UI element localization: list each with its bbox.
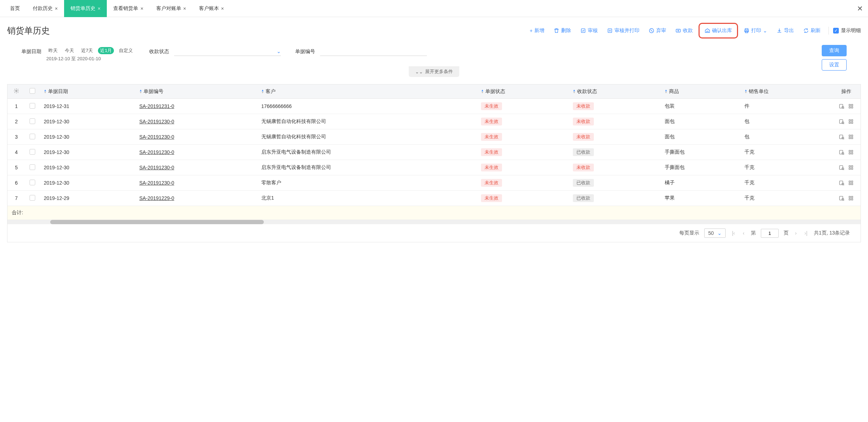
tab-view-sales[interactable]: 查看销货单× — [107, 0, 150, 17]
page-title: 销货单历史 — [7, 25, 50, 36]
col-unit[interactable]: ▲▼销售单位 — [740, 84, 832, 99]
unaudit-button[interactable]: 弃审 — [645, 25, 670, 36]
table-row: 12019-12-31SA-20191231-017666666666未生效未收… — [7, 99, 861, 114]
col-check-all[interactable] — [25, 84, 40, 99]
tabs-bar: 首页 付款历史× 销货单历史× 查看销货单× 客户对账单× 客户账本× ✕ — [0, 0, 868, 17]
row-checkbox[interactable] — [25, 160, 40, 175]
view-icon[interactable] — [839, 134, 845, 140]
date-quick-yesterday[interactable]: 昨天 — [46, 47, 60, 54]
more-icon[interactable] — [848, 165, 854, 170]
svg-rect-36 — [851, 166, 853, 167]
show-detail-toggle[interactable]: 显示明细 — [833, 27, 861, 34]
close-icon[interactable]: × — [183, 6, 186, 11]
view-icon[interactable] — [839, 103, 845, 109]
horizontal-scrollbar[interactable] — [7, 220, 861, 224]
pager-prev[interactable]: ‹ — [741, 230, 746, 236]
date-quick-today[interactable]: 今天 — [63, 47, 76, 54]
date-quick-custom[interactable]: 自定义 — [117, 47, 135, 54]
pager-last[interactable]: ›| — [803, 230, 809, 236]
per-page-select[interactable]: 50⌄ — [704, 228, 726, 238]
close-icon[interactable]: × — [221, 6, 224, 11]
col-customer[interactable]: ▲▼客户 — [257, 84, 477, 99]
row-checkbox[interactable] — [25, 175, 40, 191]
svg-rect-29 — [849, 150, 851, 152]
pay-status-badge: 已收款 — [573, 148, 594, 156]
row-checkbox[interactable] — [25, 145, 40, 160]
close-all-icon[interactable]: ✕ — [857, 4, 863, 13]
svg-rect-45 — [840, 196, 843, 200]
doc-no-link[interactable]: SA-20191230-0 — [139, 134, 174, 140]
more-icon[interactable] — [848, 195, 854, 201]
query-button[interactable]: 查询 — [822, 45, 847, 56]
warehouse-icon — [705, 28, 710, 34]
col-pay-status[interactable]: ▲▼收款状态 — [569, 84, 660, 99]
date-quick-week[interactable]: 近7天 — [79, 47, 95, 54]
unstamp-icon — [649, 28, 654, 34]
row-checkbox[interactable] — [25, 191, 40, 206]
date-range[interactable]: 2019-12-10 至 2020-01-10 — [46, 56, 135, 62]
date-quick-month[interactable]: 近1月 — [98, 47, 114, 54]
col-doc-no[interactable]: ▲▼单据编号 — [135, 84, 257, 99]
close-icon[interactable]: × — [98, 6, 100, 11]
doc-no-link[interactable]: SA-20191230-0 — [139, 180, 174, 186]
pay-status-select[interactable]: ⌄ — [174, 47, 281, 56]
more-icon[interactable] — [848, 180, 854, 186]
row-checkbox[interactable] — [25, 114, 40, 129]
col-settings[interactable] — [7, 84, 25, 99]
pager-next[interactable]: › — [794, 230, 798, 236]
close-icon[interactable]: × — [55, 6, 58, 11]
tab-home[interactable]: 首页 — [4, 0, 26, 17]
stamp-print-icon — [607, 28, 613, 34]
pay-status-input[interactable] — [174, 48, 277, 54]
confirm-outbound-button[interactable]: 确认出库 — [699, 23, 738, 38]
audit-print-button[interactable]: 审核并打印 — [603, 25, 643, 36]
doc-no-input[interactable] — [320, 48, 427, 54]
filter-date: 单据日期 昨天 今天 近7天 近1月 自定义 2019-12-10 至 2020… — [21, 47, 135, 62]
tab-sales-history[interactable]: 销货单历史× — [64, 0, 107, 17]
col-product[interactable]: ▲▼商品 — [660, 84, 740, 99]
more-icon[interactable] — [848, 119, 854, 124]
doc-no-link[interactable]: SA-20191231-0 — [139, 103, 174, 109]
doc-status-badge: 未生效 — [481, 164, 502, 171]
more-icon[interactable] — [848, 149, 854, 155]
view-icon[interactable] — [839, 180, 845, 186]
tab-payment-history[interactable]: 付款历史× — [26, 0, 64, 17]
receipt-button[interactable]: 收款 — [672, 25, 696, 36]
table-row: 72019-12-29SA-20191229-0北京1未生效已收款苹果千克 — [7, 191, 861, 206]
pager-first[interactable]: |‹ — [731, 230, 736, 236]
doc-no-input-wrap[interactable] — [320, 47, 427, 56]
view-icon[interactable] — [839, 165, 845, 170]
more-icon[interactable] — [848, 103, 854, 109]
view-icon[interactable] — [839, 149, 845, 155]
doc-status-badge: 未生效 — [481, 179, 502, 187]
tab-customer-ledger[interactable]: 客户账本× — [193, 0, 230, 17]
add-button[interactable]: +新增 — [526, 25, 548, 36]
svg-rect-42 — [851, 181, 853, 182]
doc-no-link[interactable]: SA-20191230-0 — [139, 119, 174, 124]
view-icon[interactable] — [839, 119, 845, 124]
doc-status-badge: 未生效 — [481, 194, 502, 202]
svg-rect-24 — [851, 135, 853, 137]
view-icon[interactable] — [839, 195, 845, 201]
close-icon[interactable]: × — [140, 6, 143, 11]
more-icon[interactable] — [848, 134, 854, 140]
chevron-down-icon: ⌄ — [277, 48, 281, 54]
delete-button[interactable]: 删除 — [550, 25, 575, 36]
tab-customer-statement[interactable]: 客户对账单× — [150, 0, 193, 17]
doc-no-link[interactable]: SA-20191230-0 — [139, 149, 174, 155]
print-button[interactable]: 打印⌄ — [740, 25, 771, 36]
row-checkbox[interactable] — [25, 99, 40, 114]
row-checkbox[interactable] — [25, 129, 40, 145]
doc-no-link[interactable]: SA-20191229-0 — [139, 195, 174, 201]
col-date[interactable]: ▲▼单据日期 — [40, 84, 135, 99]
audit-button[interactable]: 审核 — [577, 25, 601, 36]
page-input[interactable] — [761, 229, 779, 238]
refresh-button[interactable]: 刷新 — [800, 25, 824, 36]
export-button[interactable]: 导出 — [773, 25, 798, 36]
expand-filters[interactable]: ⌄⌄ 展开更多条件 — [409, 66, 459, 77]
table-row: 22019-12-30SA-20191230-0无锡康哲自动化科技有限公司未生效… — [7, 114, 861, 129]
divider — [828, 27, 829, 35]
doc-no-link[interactable]: SA-20191230-0 — [139, 165, 174, 170]
col-doc-status[interactable]: ▲▼单据状态 — [477, 84, 569, 99]
settings-button[interactable]: 设置 — [822, 59, 847, 71]
